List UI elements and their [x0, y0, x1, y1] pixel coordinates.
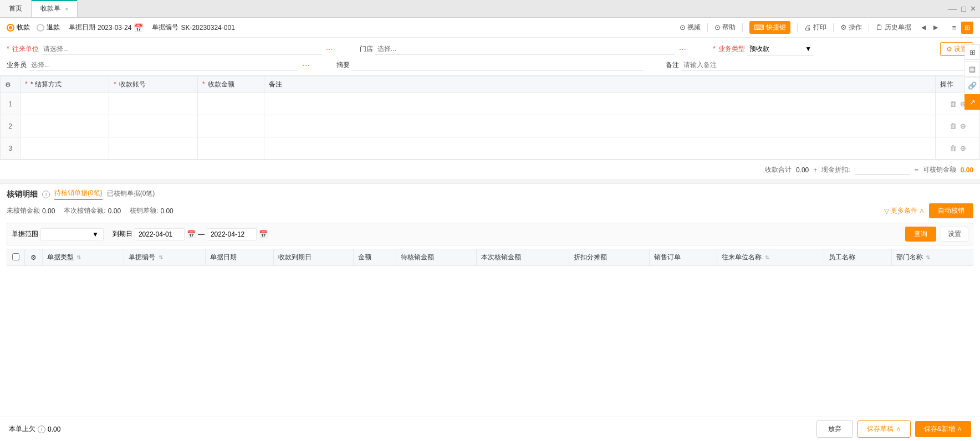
staff-input[interactable]	[29, 59, 298, 71]
refund-radio[interactable]: 退款	[37, 23, 60, 32]
top-toolbar: 收款 退款 单据日期 2023-03-24 📅 单据编号 SK-20230324…	[0, 18, 980, 38]
window-close-icon[interactable]: ×	[971, 4, 976, 14]
save-new-btn[interactable]: 保存&新增 ∧	[915, 421, 971, 437]
calendar-icon[interactable]: 📅	[134, 23, 143, 32]
tab-home[interactable]: 首页	[0, 0, 32, 17]
calendar-from-icon[interactable]: 📅	[187, 230, 196, 238]
amount-input-2[interactable]	[198, 115, 264, 137]
account-input-2[interactable]	[109, 115, 197, 137]
view-grid-btn[interactable]: ⊞	[961, 22, 973, 34]
ops-btn[interactable]: ⚙ 操作	[840, 23, 862, 32]
store-more-btn[interactable]: ···	[675, 45, 691, 54]
sidebar-grid-icon[interactable]: ⊞	[964, 44, 980, 60]
receipt-radio[interactable]: 收款	[7, 23, 30, 32]
tab-close-icon[interactable]: ×	[65, 6, 68, 12]
account-input-3[interactable]	[109, 137, 197, 159]
bottom-table: ⚙ 单据类型 ⇅ 单据编号 ⇅ 单据日期 收款到期	[7, 249, 973, 266]
td-account-2[interactable]	[109, 115, 198, 137]
td-remark-1[interactable]	[264, 93, 936, 115]
summary-row: 收款合计 0.00 + 现金折扣: = 可核销金额 0.00	[0, 160, 980, 180]
more-conditions-btn[interactable]: ▽ 更多条件 ∧	[884, 206, 925, 216]
number-label: 单据编号	[152, 23, 178, 32]
amount-input-3[interactable]	[198, 137, 264, 159]
remark-input-3[interactable]	[264, 137, 935, 159]
sort-icon-dept[interactable]: ⇅	[926, 254, 930, 260]
done-tab[interactable]: 已核销单据(0笔)	[107, 189, 155, 199]
summary-input[interactable]	[352, 59, 644, 71]
copy-row-2-icon[interactable]: ⊕	[960, 122, 966, 130]
select-all-checkbox[interactable]	[12, 253, 19, 260]
date-to-input[interactable]	[207, 228, 257, 240]
th-account: * 收款账号	[109, 76, 198, 93]
bottom-settings-btn[interactable]: 设置	[941, 227, 968, 242]
divider2	[742, 23, 743, 32]
history-btn[interactable]: 🗒 历史单据	[876, 23, 911, 32]
payment-method-input-3[interactable]	[21, 137, 109, 159]
th-settings-2[interactable]: ⚙	[25, 249, 43, 266]
help-btn[interactable]: ⊙ 帮助	[714, 23, 736, 32]
copy-row-3-icon[interactable]: ⊕	[960, 144, 966, 152]
verification-info-icon[interactable]: i	[42, 191, 50, 198]
td-remark-3[interactable]	[264, 137, 936, 160]
td-amount-3[interactable]	[198, 137, 264, 160]
payment-method-input-2[interactable]	[21, 115, 109, 137]
delete-row-1-icon[interactable]: 🗑	[950, 100, 957, 108]
sort-icon-partner[interactable]: ⇅	[765, 254, 769, 260]
account-input-1[interactable]	[109, 93, 197, 115]
query-btn[interactable]: 查询	[905, 227, 936, 242]
td-payment-method-3[interactable]	[21, 137, 109, 160]
sort-icon-doc-type[interactable]: ⇅	[76, 254, 81, 260]
td-remark-2[interactable]	[264, 115, 936, 137]
remark-input[interactable]	[681, 59, 973, 71]
partner-input[interactable]	[41, 43, 321, 55]
sidebar-attach-icon[interactable]: 🔗	[964, 78, 980, 93]
th-checkbox[interactable]	[7, 249, 25, 266]
payment-method-input-1[interactable]	[21, 93, 109, 115]
view-toggle: ≡ ⊞	[948, 22, 973, 34]
shortcut-btn[interactable]: ⌨ 快捷键	[749, 21, 790, 34]
minimize-icon[interactable]: —	[948, 4, 957, 14]
staff-more-btn[interactable]: ···	[298, 61, 314, 70]
auto-verify-btn[interactable]: 自动核销	[929, 203, 973, 218]
nav-next-btn[interactable]: ▶	[930, 22, 941, 33]
td-ops-3: 🗑 ⊕	[936, 137, 980, 160]
video-btn[interactable]: ⊙ 视频	[680, 23, 701, 32]
td-account-3[interactable]	[109, 137, 198, 160]
amount-input-1[interactable]	[198, 93, 264, 115]
table-header-row: ⚙ * * 结算方式 * 收款账号 * 收款金额 备注	[1, 76, 980, 93]
unchecked-stat: 未核销金额 0.00	[7, 206, 55, 216]
save-draft-btn[interactable]: 保存草稿 ∧	[858, 421, 910, 438]
remark-input-1[interactable]	[264, 93, 935, 115]
equals-sign: =	[915, 166, 918, 174]
th-amount-col: 金额	[354, 249, 396, 266]
remark-input-2[interactable]	[264, 115, 935, 137]
sidebar-expand-icon[interactable]: ↗	[964, 94, 980, 110]
partner-more-btn[interactable]: ···	[321, 45, 338, 54]
business-type-select[interactable]: 预收款 ▼	[747, 43, 814, 56]
td-account-1[interactable]	[109, 93, 198, 115]
delete-row-3-icon[interactable]: 🗑	[950, 144, 957, 152]
date-from-input[interactable]	[135, 228, 185, 240]
print-btn[interactable]: 🖨 打印	[804, 23, 826, 32]
footer-info-icon[interactable]: i	[38, 425, 45, 433]
nav-prev-btn[interactable]: ◀	[918, 22, 929, 33]
maximize-icon[interactable]: □	[961, 4, 966, 13]
tab-receipt[interactable]: 收款单 ×	[32, 0, 78, 17]
divider1	[707, 23, 708, 32]
view-list-btn[interactable]: ≡	[948, 22, 960, 34]
td-amount-2[interactable]	[198, 115, 264, 137]
td-amount-1[interactable]	[198, 93, 264, 115]
sort-icon-doc-num[interactable]: ⇅	[159, 254, 163, 260]
range-select[interactable]: ▼	[40, 228, 104, 240]
delete-row-2-icon[interactable]: 🗑	[950, 122, 957, 130]
th-settings[interactable]: ⚙	[1, 76, 21, 93]
td-payment-method-2[interactable]	[21, 115, 109, 137]
discount-input[interactable]	[855, 165, 910, 175]
pending-tab[interactable]: 待核销单据(0笔)	[54, 188, 103, 200]
td-payment-method-1[interactable]	[21, 93, 109, 115]
abandon-btn[interactable]: 放弃	[816, 421, 853, 438]
store-input[interactable]	[375, 43, 675, 55]
th-staff-name: 员工名称	[824, 249, 891, 266]
sidebar-list-icon[interactable]: ▤	[964, 61, 980, 76]
calendar-to-icon[interactable]: 📅	[259, 230, 268, 238]
